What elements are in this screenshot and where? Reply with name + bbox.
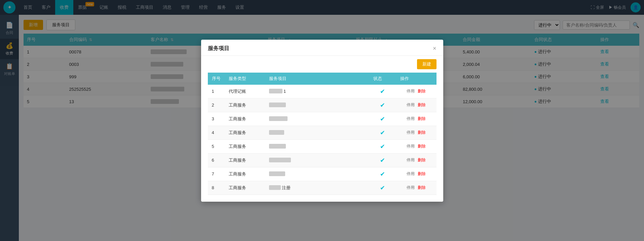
modal-cell-item xyxy=(265,153,369,167)
delete-button[interactable]: 删除 xyxy=(418,171,426,176)
modal-cell-op: 停用 删除 xyxy=(396,167,437,181)
modal-body: 序号 服务类型 服务项目 状态 操作 1 代理记账 1 ✔ 停用 删除 2 工商… xyxy=(201,73,443,202)
modal-cell-item: 1 xyxy=(265,85,369,98)
modal-cell-item xyxy=(265,98,369,112)
modal-cell-item xyxy=(265,126,369,139)
delete-button[interactable]: 删除 xyxy=(418,89,426,93)
modal-cell-op: 停用 删除 xyxy=(396,112,437,126)
modal-cell-status: ✔ xyxy=(369,112,396,126)
delete-button[interactable]: 删除 xyxy=(418,103,426,107)
modal-cell-op: 停用 删除 xyxy=(396,98,437,112)
stop-button[interactable]: 停用 xyxy=(407,185,415,190)
modal-cell-item xyxy=(265,139,369,153)
modal-table-row: 5 工商服务 ✔ 停用 删除 xyxy=(208,139,437,153)
service-modal: 服务项目 × 新建 序号 服务类型 服务项目 状态 操作 1 代理记账 xyxy=(201,40,443,202)
modal-col-type: 服务类型 xyxy=(225,73,265,85)
modal-cell-no: 1 xyxy=(208,85,225,98)
delete-button[interactable]: 删除 xyxy=(418,185,426,190)
modal-toolbar: 新建 xyxy=(201,56,443,73)
modal-cell-item xyxy=(265,112,369,126)
delete-button[interactable]: 删除 xyxy=(418,158,426,162)
modal-cell-no: 5 xyxy=(208,139,225,153)
modal-cell-type: 代理记账 xyxy=(225,85,265,98)
modal-cell-item: 注册 xyxy=(265,181,369,195)
modal-cell-op: 停用 删除 xyxy=(396,126,437,139)
modal-cell-op: 停用 删除 xyxy=(396,85,437,98)
modal-cell-status: ✔ xyxy=(369,167,396,181)
stop-button[interactable]: 停用 xyxy=(407,116,415,121)
modal-cell-type: 工商服务 xyxy=(225,167,265,181)
status-check-icon: ✔ xyxy=(380,116,385,122)
stop-button[interactable]: 停用 xyxy=(407,103,415,107)
modal-title: 服务项目 xyxy=(208,45,229,52)
modal-table-row: 1 代理记账 1 ✔ 停用 删除 xyxy=(208,85,437,98)
modal-cell-no: 3 xyxy=(208,112,225,126)
status-check-icon: ✔ xyxy=(380,102,385,109)
modal-header-row: 序号 服务类型 服务项目 状态 操作 xyxy=(208,73,437,85)
modal-cell-type: 工商服务 xyxy=(225,181,265,195)
modal-header: 服务项目 × xyxy=(201,40,443,56)
stop-button[interactable]: 停用 xyxy=(407,171,415,176)
modal-table-row: 4 工商服务 ✔ 停用 删除 xyxy=(208,126,437,139)
modal-close-button[interactable]: × xyxy=(433,45,437,52)
modal-cell-op: 停用 删除 xyxy=(396,153,437,167)
modal-col-state: 状态 xyxy=(369,73,396,85)
modal-cell-status: ✔ xyxy=(369,126,396,139)
status-check-icon: ✔ xyxy=(380,88,385,95)
modal-cell-no: 8 xyxy=(208,181,225,195)
modal-cell-no: 4 xyxy=(208,126,225,139)
delete-button[interactable]: 删除 xyxy=(418,130,426,135)
modal-cell-type: 工商服务 xyxy=(225,126,265,139)
modal-cell-status: ✔ xyxy=(369,181,396,195)
status-check-icon: ✔ xyxy=(380,143,385,150)
modal-cell-type: 工商服务 xyxy=(225,153,265,167)
status-check-icon: ✔ xyxy=(380,157,385,164)
modal-col-no: 序号 xyxy=(208,73,225,85)
modal-cell-type: 工商服务 xyxy=(225,112,265,126)
modal-overlay[interactable]: 服务项目 × 新建 序号 服务类型 服务项目 状态 操作 1 代理记账 xyxy=(0,0,644,241)
modal-cell-no: 6 xyxy=(208,153,225,167)
modal-cell-status: ✔ xyxy=(369,139,396,153)
modal-col-op: 操作 xyxy=(396,73,437,85)
modal-cell-status: ✔ xyxy=(369,85,396,98)
delete-button[interactable]: 删除 xyxy=(418,144,426,149)
status-check-icon: ✔ xyxy=(380,171,385,177)
modal-cell-type: 工商服务 xyxy=(225,98,265,112)
status-check-icon: ✔ xyxy=(380,185,385,191)
modal-cell-type: 工商服务 xyxy=(225,139,265,153)
modal-col-item: 服务项目 xyxy=(265,73,369,85)
modal-cell-no: 2 xyxy=(208,98,225,112)
modal-table-row: 3 工商服务 ✔ 停用 删除 xyxy=(208,112,437,126)
service-items-table: 序号 服务类型 服务项目 状态 操作 1 代理记账 1 ✔ 停用 删除 2 工商… xyxy=(208,73,437,195)
stop-button[interactable]: 停用 xyxy=(407,158,415,162)
modal-cell-op: 停用 删除 xyxy=(396,139,437,153)
modal-cell-op: 停用 删除 xyxy=(396,181,437,195)
modal-cell-item xyxy=(265,167,369,181)
modal-new-button[interactable]: 新建 xyxy=(417,59,437,69)
modal-table-row: 7 工商服务 ✔ 停用 删除 xyxy=(208,167,437,181)
delete-button[interactable]: 删除 xyxy=(418,116,426,121)
status-check-icon: ✔ xyxy=(380,129,385,136)
stop-button[interactable]: 停用 xyxy=(407,89,415,93)
modal-table-row: 2 工商服务 ✔ 停用 删除 xyxy=(208,98,437,112)
modal-table-row: 8 工商服务 注册 ✔ 停用 删除 xyxy=(208,181,437,195)
modal-cell-no: 7 xyxy=(208,167,225,181)
stop-button[interactable]: 停用 xyxy=(407,144,415,149)
stop-button[interactable]: 停用 xyxy=(407,130,415,135)
modal-cell-status: ✔ xyxy=(369,153,396,167)
modal-table-row: 6 工商服务 ✔ 停用 删除 xyxy=(208,153,437,167)
modal-cell-status: ✔ xyxy=(369,98,396,112)
